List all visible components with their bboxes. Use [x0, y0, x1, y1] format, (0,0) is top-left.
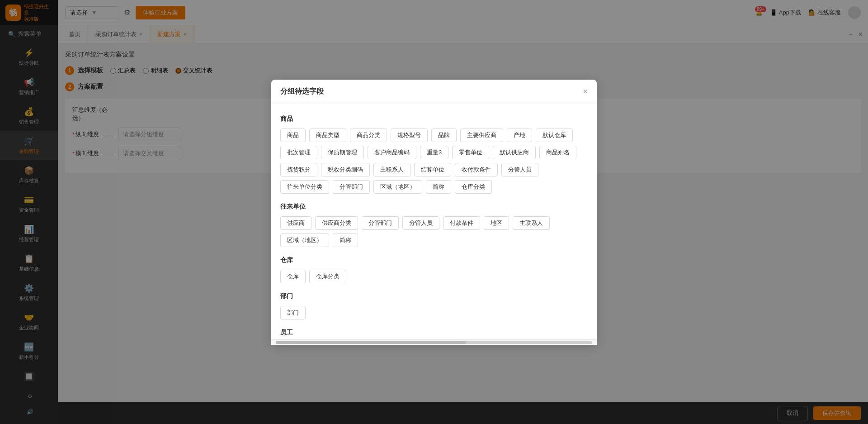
field-grid-warehouse: 仓库 仓库分类 — [280, 270, 588, 283]
field-tag[interactable]: 仓库分类 — [309, 270, 346, 283]
field-tag[interactable]: 批次管理 — [280, 146, 317, 159]
field-tag[interactable]: 拣货积分 — [280, 163, 317, 176]
section-title-partner: 往来单位 — [280, 203, 588, 211]
section-title-department: 部门 — [280, 292, 588, 300]
field-tag[interactable]: 分管部门 — [362, 216, 399, 230]
field-tag[interactable]: 仓库分类 — [455, 180, 492, 194]
field-tag[interactable]: 默认供应商 — [493, 146, 536, 159]
modal-body: 商品 商品 商品类型 商品分类 规格型号 品牌 主要供应商 产地 默认仓库 批次… — [271, 104, 597, 339]
field-tag[interactable]: 简称 — [426, 180, 451, 194]
field-tag[interactable]: 零售单位 — [452, 146, 489, 159]
field-grid-product: 商品 商品类型 商品分类 规格型号 品牌 主要供应商 产地 默认仓库 批次管理 … — [280, 129, 588, 194]
field-tag[interactable]: 往来单位分类 — [280, 180, 329, 194]
field-tag[interactable]: 地区 — [484, 216, 509, 230]
field-tag[interactable]: 主要供应商 — [460, 129, 503, 142]
field-select-modal: 分组待选字段 × 商品 商品 商品类型 商品分类 规格型号 品牌 主要供应商 产… — [271, 80, 597, 345]
field-tag[interactable]: 产地 — [507, 129, 532, 142]
section-title-warehouse: 仓库 — [280, 256, 588, 264]
modal-title: 分组待选字段 — [280, 87, 324, 96]
field-tag[interactable]: 规格型号 — [391, 129, 428, 142]
modal-hscroll-track — [276, 341, 592, 344]
field-tag[interactable]: 结算单位 — [414, 163, 451, 176]
field-tag[interactable]: 商品类型 — [309, 129, 346, 142]
field-tag[interactable]: 区域（地区） — [280, 233, 329, 247]
field-tag[interactable]: 默认仓库 — [536, 129, 573, 142]
field-tag[interactable]: 付款条件 — [443, 216, 480, 230]
field-tag[interactable]: 分管人员 — [501, 163, 538, 176]
field-tag[interactable]: 商品别名 — [539, 146, 576, 159]
modal-hscroll-thumb — [276, 341, 466, 344]
field-tag[interactable]: 区域（地区） — [373, 180, 422, 194]
modal-horizontal-scrollbar[interactable] — [271, 339, 597, 345]
field-tag[interactable]: 重量3 — [420, 146, 448, 159]
field-tag[interactable]: 保质期管理 — [321, 146, 364, 159]
section-title-employee: 员工 — [280, 329, 588, 337]
field-tag[interactable]: 简称 — [333, 233, 358, 247]
field-tag[interactable]: 分管部门 — [333, 180, 370, 194]
field-tag[interactable]: 税收分类编码 — [321, 163, 370, 176]
modal-close-button[interactable]: × — [583, 87, 588, 96]
field-tag[interactable]: 仓库 — [280, 270, 306, 283]
field-tag[interactable]: 供应商 — [280, 216, 311, 230]
field-tag[interactable]: 主联系人 — [513, 216, 550, 230]
field-tag[interactable]: 分管人员 — [402, 216, 439, 230]
field-tag[interactable]: 客户商品编码 — [368, 146, 416, 159]
field-tag[interactable]: 部门 — [280, 306, 306, 319]
field-grid-partner: 供应商 供应商分类 分管部门 分管人员 付款条件 地区 主联系人 区域（地区） … — [280, 216, 588, 247]
section-title-product: 商品 — [280, 115, 588, 123]
modal-header: 分组待选字段 × — [271, 80, 597, 104]
field-grid-department: 部门 — [280, 306, 588, 319]
field-tag[interactable]: 收付款条件 — [455, 163, 498, 176]
field-tag[interactable]: 商品分类 — [350, 129, 387, 142]
field-tag[interactable]: 主联系人 — [373, 163, 410, 176]
field-tag[interactable]: 品牌 — [431, 129, 457, 142]
field-tag[interactable]: 商品 — [280, 129, 306, 142]
field-tag[interactable]: 供应商分类 — [315, 216, 358, 230]
